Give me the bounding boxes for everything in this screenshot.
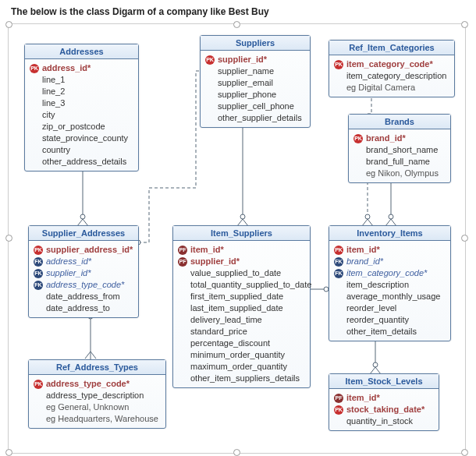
entity-attribute: PKitem_category_code* <box>334 58 449 70</box>
attribute-name: reorder_quantity <box>346 314 409 326</box>
entity-attribute: delivery_lead_time <box>178 314 305 326</box>
entity-attribute: total_quantity_supplied_to_date <box>178 279 305 291</box>
entity-attribute: minimum_order_quantity <box>178 349 305 361</box>
resize-handle[interactable] <box>461 21 468 28</box>
entity-title: Suppliers <box>201 36 310 51</box>
attribute-name: total_quantity_supplied_to_date <box>190 279 311 291</box>
entity-attrs-supplier-addresses: PKsupplier_address_id*FKaddress_id*FKsup… <box>29 241 138 317</box>
entity-attribute: country <box>30 144 133 156</box>
attribute-name: value_supplied_to_date <box>190 267 281 279</box>
entity-attribute: supplier_name <box>205 65 305 77</box>
attribute-name: zip_or_postcode <box>42 121 105 133</box>
entity-attribute: PKaddress_type_code* <box>34 378 161 390</box>
attribute-name: last_item_supplied_date <box>190 302 283 314</box>
entity-attribute: eg General, Unknown <box>34 401 161 413</box>
entity-title: Ref_Item_Categories <box>329 41 454 55</box>
entity-attribute: brand_full_name <box>353 156 446 168</box>
entity-attribute: PKsupplier_address_id* <box>34 244 133 256</box>
attribute-name: country <box>42 144 70 156</box>
entity-attribute: maximum_order_quantity <box>178 361 305 373</box>
attribute-name: reorder_level <box>346 302 396 314</box>
attribute-name: item_category_code* <box>346 58 433 70</box>
attribute-name: supplier_address_id* <box>46 244 133 256</box>
pk-icon: PK <box>30 64 39 73</box>
fk-icon: FK <box>34 269 43 278</box>
entity-attribute: PKsupplier_id* <box>205 54 305 65</box>
entity-attribute: standard_price <box>178 326 305 338</box>
attribute-name: brand_id* <box>346 256 383 267</box>
attribute-name: line_2 <box>42 86 65 97</box>
entity-attribute: average_monthly_usage <box>334 291 446 302</box>
attribute-name: other_supplier_details <box>218 112 302 124</box>
entity-inventory-items: Inventory_Items PKitem_id*FKbrand_id*FKi… <box>329 225 451 341</box>
svg-point-5 <box>365 214 370 219</box>
entity-attribute: address_type_description <box>34 390 161 401</box>
attribute-name: supplier_name <box>218 65 274 77</box>
entity-attribute: eg Nikon, Olympus <box>353 168 446 179</box>
entity-attribute: FKbrand_id* <box>334 256 446 267</box>
entity-title: Item_Suppliers <box>173 226 310 241</box>
attribute-name: average_monthly_usage <box>346 291 440 302</box>
entity-attrs-ref-item-categories: PKitem_category_code*item_category_descr… <box>329 55 454 97</box>
entity-attrs-brands: PKbrand_id*brand_short_namebrand_full_na… <box>349 129 450 182</box>
fk-icon: FK <box>34 257 43 267</box>
entity-attribute: PFsupplier_id* <box>178 256 305 267</box>
attribute-name: address_type_description <box>46 390 144 401</box>
entity-attribute: other_address_details <box>30 156 133 168</box>
resize-handle[interactable] <box>461 235 468 242</box>
attribute-name: address_type_code* <box>46 279 124 291</box>
entity-addresses: Addresses PKaddress_id*line_1line_2line_… <box>24 44 139 171</box>
pf-icon: PF <box>178 257 187 267</box>
attribute-name: date_address_to <box>46 302 110 314</box>
entity-attribute: date_address_to <box>34 302 133 314</box>
entity-title: Ref_Address_Types <box>29 360 165 375</box>
attribute-name: maximum_order_quantity <box>190 361 287 373</box>
entity-attribute: supplier_cell_phone <box>205 101 305 112</box>
attribute-name: first_item_supplied_date <box>190 291 283 302</box>
attribute-name: quantity_in_stock <box>346 415 413 427</box>
entity-attribute: line_3 <box>30 97 133 109</box>
entity-attribute: PFitem_id* <box>334 392 434 404</box>
attribute-name: brand_full_name <box>366 156 430 168</box>
entity-attribute: first_item_supplied_date <box>178 291 305 302</box>
entity-ref-address-types: Ref_Address_Types PKaddress_type_code*ad… <box>28 359 166 429</box>
entity-attrs-addresses: PKaddress_id*line_1line_2line_3cityzip_o… <box>25 59 138 171</box>
attribute-name: stock_taking_date* <box>346 404 424 415</box>
entity-suppliers: Suppliers PKsupplier_id*supplier_namesup… <box>200 35 311 128</box>
page-title: The below is the class Digarm of a compa… <box>0 0 476 20</box>
entity-attribute: item_category_description <box>334 70 449 82</box>
entity-attribute: PKaddress_id* <box>30 62 133 74</box>
entity-brands: Brands PKbrand_id*brand_short_namebrand_… <box>348 114 451 183</box>
pk-icon: PK <box>205 55 215 65</box>
resize-handle[interactable] <box>233 449 240 456</box>
fk-icon: FK <box>34 281 43 290</box>
svg-point-0 <box>80 214 85 219</box>
entity-title: Inventory_Items <box>329 226 450 241</box>
attribute-name: state_province_county <box>42 133 128 144</box>
entity-title: Item_Stock_Levels <box>329 374 439 389</box>
attribute-name: supplier_phone <box>218 89 276 101</box>
entity-attribute: FKaddress_type_code* <box>34 279 133 291</box>
entity-attribute: supplier_email <box>205 77 305 89</box>
resize-handle[interactable] <box>461 449 468 456</box>
entity-supplier-addresses: Supplier_Addresses PKsupplier_address_id… <box>28 225 139 318</box>
attribute-name: line_1 <box>42 74 65 86</box>
attribute-name: address_id* <box>46 256 91 267</box>
resize-handle[interactable] <box>5 235 12 242</box>
resize-handle[interactable] <box>5 449 12 456</box>
entity-item-stock-levels: Item_Stock_Levels PFitem_id*PKstock_taki… <box>329 373 439 431</box>
entity-attribute: line_1 <box>30 74 133 86</box>
resize-handle[interactable] <box>5 21 12 28</box>
pk-icon: PK <box>34 380 43 389</box>
svg-point-6 <box>389 214 393 219</box>
entity-item-suppliers: Item_Suppliers PFitem_id*PFsupplier_id*v… <box>172 225 311 388</box>
entity-attribute: PFitem_id* <box>178 244 305 256</box>
attribute-name: percentage_discount <box>190 338 270 349</box>
resize-handle[interactable] <box>233 21 240 28</box>
attribute-name: item_category_code* <box>346 267 427 279</box>
diagram-canvas: Addresses PKaddress_id*line_1line_2line_… <box>8 23 466 454</box>
pk-icon: PK <box>334 405 343 415</box>
entity-attribute: reorder_level <box>334 302 446 314</box>
entity-attribute: date_address_from <box>34 291 133 302</box>
attribute-name: eg General, Unknown <box>46 401 129 413</box>
